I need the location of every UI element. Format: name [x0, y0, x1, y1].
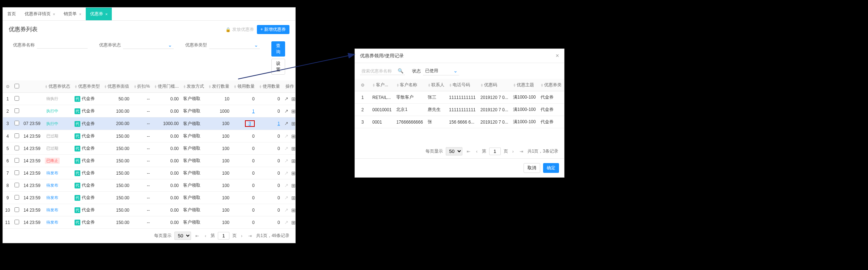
- page-last[interactable]: ⇥: [518, 149, 525, 154]
- per-page-select[interactable]: 50: [174, 232, 191, 240]
- distribute-disabled: 🔒 发放优惠券: [225, 26, 254, 33]
- table-row[interactable]: 6 14 23:59 已终止 代代金券 150.00 -- 0.00 客户领取 …: [3, 155, 295, 167]
- row-checkbox[interactable]: [14, 195, 19, 200]
- gear-icon[interactable]: ⚙: [5, 84, 10, 89]
- row-checkbox[interactable]: [14, 207, 19, 212]
- share-icon[interactable]: [284, 121, 288, 126]
- col-type[interactable]: ▲▼优惠券类型: [72, 80, 102, 93]
- page-prev[interactable]: ‹: [475, 149, 479, 154]
- table-row[interactable]: 3 0001 17666666666 张 156 6666 6... 20191…: [355, 116, 564, 128]
- table-row[interactable]: 11 14 23:59 待发布 代代金券 150.00 -- 0.00 客户领取…: [3, 216, 295, 229]
- modal-status-select[interactable]: 已使用 ⌄: [423, 67, 459, 75]
- close-icon[interactable]: ×: [53, 12, 55, 16]
- col-contact[interactable]: ▲▼联系人: [425, 79, 447, 91]
- row-checkbox[interactable]: [14, 108, 19, 113]
- modal-search-input[interactable]: [360, 67, 396, 75]
- cancel-button[interactable]: 取消: [524, 163, 540, 173]
- page-next[interactable]: ›: [240, 233, 244, 238]
- table-row[interactable]: 3 07 23:59 执行中 代代金券 200.00 -- 1000.00 客户…: [3, 117, 295, 130]
- close-icon[interactable]: ×: [105, 12, 107, 16]
- qr-icon[interactable]: [291, 220, 295, 225]
- qr-icon[interactable]: [291, 121, 295, 126]
- add-coupon-button[interactable]: + 新增优惠券: [257, 25, 289, 34]
- row-checkbox[interactable]: [14, 133, 19, 138]
- table-row[interactable]: 9 14 23:59 待发布 代代金券 150.00 -- 0.00 客户领取 …: [3, 192, 295, 204]
- col-phone[interactable]: ▲▼电话号码: [447, 79, 478, 91]
- tab-sales-order[interactable]: 销货单×: [59, 8, 85, 20]
- page-next[interactable]: ›: [511, 149, 515, 154]
- page-input[interactable]: [489, 148, 501, 155]
- close-icon[interactable]: ×: [79, 12, 81, 16]
- row-checkbox[interactable]: [14, 146, 19, 150]
- col-code[interactable]: ▲▼优惠码: [478, 79, 511, 91]
- use-link[interactable]: 1: [278, 121, 280, 126]
- claim-link[interactable]: 3: [245, 120, 255, 127]
- col-type2[interactable]: ▲▼优惠券类: [538, 79, 564, 91]
- row-checkbox[interactable]: [14, 220, 19, 224]
- select-all-checkbox[interactable]: [14, 84, 19, 88]
- tab-coupon-detail[interactable]: 优惠券详情页×: [20, 8, 59, 20]
- page-prev[interactable]: ‹: [203, 233, 208, 238]
- col-method[interactable]: ▲▼发放方式: [181, 80, 206, 93]
- qr-icon[interactable]: [291, 146, 295, 151]
- table-row[interactable]: 7 14 23:59 待发布 代代金券 150.00 -- 0.00 客户领取 …: [3, 167, 295, 179]
- table-row[interactable]: 8 14 23:59 待发布 代代金券 150.00 -- 0.00 客户领取 …: [3, 179, 295, 192]
- search-button[interactable]: 查询: [271, 41, 285, 57]
- gear-icon[interactable]: ⚙: [360, 83, 365, 88]
- row-checkbox[interactable]: [14, 96, 19, 101]
- page-input[interactable]: [218, 232, 229, 240]
- type-tag: 代: [75, 146, 80, 151]
- col-threshold[interactable]: ▲▼使用门槛...: [152, 80, 181, 93]
- row-checkbox[interactable]: [14, 121, 19, 125]
- qr-icon[interactable]: [291, 183, 295, 188]
- table-row[interactable]: 2 执行中 代代金券 100.00 -- 0.00 客户领取 1000 1 0: [3, 105, 295, 117]
- close-icon[interactable]: ×: [556, 53, 559, 59]
- page-last[interactable]: ⇥: [247, 233, 253, 238]
- col-claim[interactable]: ▲▼领用数量: [232, 80, 257, 93]
- row-checkbox[interactable]: [14, 158, 19, 163]
- filter-type-select[interactable]: ⌄: [209, 41, 260, 49]
- table-row[interactable]: 10 14 23:59 待发布 代代金券 150.00 -- 0.00 客户领取…: [3, 204, 295, 216]
- table-row[interactable]: 4 14 23:59 已过期 代代金券 150.00 -- 0.00 客户领取 …: [3, 130, 295, 142]
- table-row[interactable]: 5 14 23:59 已过期 代代金券 150.00 -- 0.00 客户领取 …: [3, 142, 295, 155]
- search-icon[interactable]: 🔍: [396, 68, 405, 74]
- filter-name-label: 优惠券名称: [13, 42, 35, 48]
- tab-coupon[interactable]: 优惠券×: [86, 8, 112, 20]
- table-row[interactable]: 1 RETAIL... 零散客户 张三 11111111111 2019120 …: [355, 91, 564, 104]
- col-issue[interactable]: ▲▼发行数量: [206, 80, 232, 93]
- share-icon[interactable]: [284, 108, 288, 114]
- settings-button[interactable]: 设置: [271, 59, 285, 75]
- col-status[interactable]: ▲▼优惠券状态: [43, 80, 72, 93]
- col-customer-name[interactable]: ▲▼客户名称: [394, 79, 425, 91]
- filter-name-input[interactable]: [37, 41, 88, 49]
- col-topic[interactable]: ▲▼优惠主题: [511, 79, 538, 91]
- qr-icon[interactable]: [291, 170, 295, 176]
- table-row[interactable]: 2 00010001 北京1 唐先生 11111111111 2019120 7…: [355, 104, 564, 116]
- qr-icon[interactable]: [291, 133, 295, 139]
- confirm-button[interactable]: 确定: [543, 163, 559, 173]
- col-use[interactable]: ▲▼使用数量: [257, 80, 282, 93]
- qr-icon[interactable]: [291, 96, 295, 102]
- page-first[interactable]: ⇤: [465, 149, 472, 154]
- row-checkbox[interactable]: [14, 170, 19, 175]
- filter-bar: 优惠券名称 优惠券状态 ⌄ 优惠券类型 ⌄ 查询 设置: [3, 38, 295, 80]
- claim-link[interactable]: 1: [252, 109, 255, 114]
- row-checkbox[interactable]: [14, 183, 19, 187]
- tab-home[interactable]: 首页: [3, 8, 20, 20]
- table-row[interactable]: 1 待执行 代代金券 50.00 -- 0.00 客户领取 10 0 0: [3, 93, 295, 105]
- col-discount[interactable]: ▲▼折扣%: [131, 80, 152, 93]
- filter-status-label: 优惠券状态: [99, 42, 121, 48]
- col-action: 操作: [282, 80, 295, 93]
- qr-icon[interactable]: [291, 158, 295, 164]
- per-page-select[interactable]: 50: [446, 147, 462, 155]
- qr-icon[interactable]: [291, 195, 295, 201]
- type-tag: 代: [75, 133, 80, 139]
- page-first[interactable]: ⇤: [194, 233, 200, 238]
- qr-icon[interactable]: [291, 207, 295, 213]
- qr-icon[interactable]: [291, 108, 295, 114]
- share-icon[interactable]: [284, 96, 288, 102]
- filter-status-select[interactable]: ⌄: [123, 41, 174, 49]
- chevron-down-icon: ⌄: [254, 42, 258, 48]
- col-face[interactable]: ▲▼优惠券面值: [102, 80, 132, 93]
- col-customer-code[interactable]: ▲▼客户...: [370, 79, 394, 91]
